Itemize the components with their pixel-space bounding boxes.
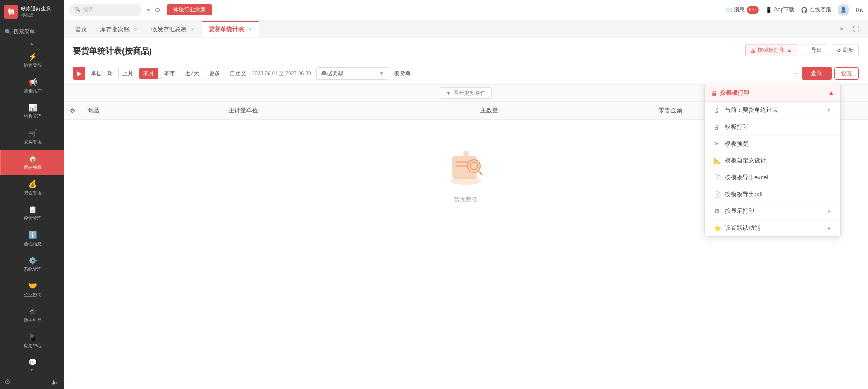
quick-nav-icon: ⚡ — [28, 52, 37, 61]
dropdown-template-excel[interactable]: 📄 按模板导出excel — [705, 169, 840, 186]
sidebar-item-sales[interactable]: 📊 销售管理 — [0, 99, 64, 124]
export-btn-label: 导出 — [811, 46, 822, 54]
sidebar-item-app-center[interactable]: 📱 应用中心 — [0, 328, 64, 354]
topbar-actions: ✉️ 消息 99+ 📱 App下载 🎧 在线客服 👤 Rit — [725, 4, 863, 16]
tabs-right-actions: ✕ ⛶ — [835, 23, 863, 35]
dropdown-print-icon: 🖨 — [711, 90, 717, 96]
top-bar-search[interactable]: 🔍 搜索 — [69, 4, 142, 16]
tab-batch-account-close[interactable]: × — [132, 26, 139, 33]
more-options-icon[interactable]: ··· — [792, 69, 799, 78]
svg-point-7 — [463, 151, 469, 156]
sidebar-item-label: 营销推广 — [24, 88, 42, 94]
tab-batch-account[interactable]: 库存批次账 × — [94, 21, 145, 37]
date-btn-more[interactable]: 更多 — [205, 68, 224, 79]
table-gear-icon[interactable]: ⚙ — [70, 107, 75, 114]
set-default-label: 设置默认功能 — [725, 224, 760, 232]
expand-more-button[interactable]: ▼ 展开更多条件 — [440, 87, 492, 99]
date-btn-last-month[interactable]: 上月 — [118, 68, 137, 79]
settings-button[interactable]: 设置 — [834, 67, 859, 80]
set-default-chevron-icon: ▶ — [828, 225, 831, 231]
settings-icon[interactable]: ⚙ — [5, 378, 10, 385]
dropdown-header: 🖨 按模板打印 ▲ — [705, 84, 840, 102]
messages-action[interactable]: ✉️ 消息 99+ — [725, 6, 759, 14]
dropdown-template-pdf[interactable]: 📄 按模板导出pdf — [705, 186, 840, 203]
current-print-icon: 🖨 — [714, 107, 721, 114]
username[interactable]: Rit — [856, 7, 863, 13]
sidebar-item-system[interactable]: ⚙️ 系统管理 — [0, 252, 64, 277]
sidebar-item-label: 库存核算 — [24, 164, 42, 171]
sidebar-item-operations[interactable]: 📋 经营管理 — [0, 201, 64, 226]
dropdown-collapse-chevron-icon[interactable]: ▲ — [828, 90, 834, 96]
topbar-gear-icon[interactable]: ⚙ — [155, 6, 160, 14]
search-label: 搜索菜单 — [13, 28, 35, 35]
sidebar-item-label: 应用中心 — [24, 343, 42, 349]
dropdown-header-title: 按模板打印 — [720, 89, 749, 97]
filter-expand-button[interactable]: ▶ — [73, 67, 85, 80]
refresh-btn-label: 刷新 — [843, 46, 854, 54]
template-print-button[interactable]: 🖨 按模板打印 ▲ — [745, 44, 797, 56]
export-button[interactable]: ↑ 导出 — [802, 44, 827, 56]
expand-more-label: 展开更多条件 — [453, 89, 486, 97]
corp-wechat-icon: 💬 — [28, 358, 37, 365]
page-header-actions: 🖨 按模板打印 ▲ ↑ 导出 ↺ 刷新 — [745, 44, 859, 56]
close-all-tabs-button[interactable]: ✕ — [835, 23, 848, 35]
avatar-placeholder: 👤 — [840, 7, 847, 13]
dropdown-current-item[interactable]: 🖨 当前：要货单统计表 ▼ — [705, 102, 840, 119]
tab-receivable-summary-close[interactable]: × — [190, 26, 196, 33]
sidebar-item-purchase[interactable]: 🛒 采购管理 — [0, 124, 64, 150]
display-print-label: 按显示打印 — [725, 207, 754, 215]
tab-home-label: 首页 — [75, 25, 87, 34]
refresh-button[interactable]: ↺ 刷新 — [832, 44, 859, 56]
sidebar-item-label: 快捷导航 — [24, 62, 42, 69]
sidebar-item-corp[interactable]: 🤝 企业协同 — [0, 277, 64, 303]
tab-batch-account-label: 库存批次账 — [100, 25, 130, 34]
tab-requisition-stats-close[interactable]: × — [247, 26, 253, 33]
type-filter-label: 单据类型 — [321, 70, 343, 77]
tab-requisition-stats[interactable]: 要货单统计表 × — [202, 21, 259, 37]
sidebar-scroll-up[interactable]: ▲ — [0, 39, 64, 48]
sidebar-item-basic[interactable]: ℹ️ 基础信息 — [0, 226, 64, 252]
dropdown-set-default[interactable]: ⭐ 设置默认功能 ▶ — [705, 220, 840, 236]
dropdown-template-preview[interactable]: 👁 模板预览 — [705, 136, 840, 152]
sidebar-item-marketing[interactable]: 📢 营销推广 — [0, 73, 64, 99]
sidebar-item-corp-wechat[interactable]: 💬 企业微信 — [0, 354, 64, 365]
template-preview-icon: 👁 — [714, 141, 721, 147]
dropdown-display-print[interactable]: 🖥 按显示打印 ▶ — [705, 203, 840, 220]
logo-text: 畅康通好生意 — [21, 5, 51, 12]
date-btn-this-month[interactable]: 本月 — [139, 68, 158, 79]
print-icon: 🖨 — [750, 47, 756, 53]
sidebar-item-label: 销售管理 — [24, 113, 42, 120]
template-preview-label: 模板预览 — [725, 140, 748, 148]
app-center-icon: 📱 — [28, 333, 37, 341]
template-pdf-label: 按模板导出pdf — [725, 190, 763, 198]
dropdown-template-print[interactable]: 🖨 模板打印 — [705, 119, 840, 136]
set-default-icon: ⭐ — [714, 225, 721, 232]
dropdown-chevron-icon[interactable]: ▼ — [145, 7, 151, 13]
online-service-action[interactable]: 🎧 在线客服 — [801, 6, 831, 14]
tab-receivable-summary[interactable]: 收发存汇总表 × — [145, 21, 202, 37]
query-button[interactable]: 查询 — [802, 67, 832, 80]
sidebar: 畅 畅康通好生意 标准版 🔍 搜索菜单 ▲ ⚡ 快捷导航 📢 营销推广 📊 销售… — [0, 0, 64, 389]
sidebar-item-label: 新手引导 — [24, 317, 42, 323]
messages-label: 消息 — [734, 6, 745, 14]
sidebar-item-inventory[interactable]: 🏠 库存核算 — [0, 150, 64, 175]
sidebar-search[interactable]: 🔍 搜索菜单 — [0, 24, 64, 39]
date-btn-this-year[interactable]: 本年 — [160, 68, 179, 79]
tab-home[interactable]: 首页 — [69, 21, 94, 37]
date-btn-custom[interactable]: 自定义 — [226, 68, 250, 79]
sidebar-item-finance[interactable]: 💰 资金管理 — [0, 175, 64, 201]
logo-icon: 畅 — [4, 5, 18, 19]
template-excel-label: 按模板导出excel — [725, 173, 768, 182]
template-print-label: 模板打印 — [725, 123, 748, 131]
trial-button[interactable]: 体验行业方案 — [167, 4, 212, 15]
basic-icon: ℹ️ — [28, 231, 37, 239]
app-download-action[interactable]: 📱 App下载 — [765, 6, 794, 14]
dropdown-template-custom[interactable]: 📐 模板自定义设计 — [705, 152, 840, 169]
sidebar-scroll-down[interactable]: ▼ — [0, 365, 64, 374]
date-btn-last-7-days[interactable]: 近7天 — [181, 68, 203, 79]
sound-icon[interactable]: 🔈 — [51, 378, 59, 385]
maximize-button[interactable]: ⛶ — [850, 23, 863, 35]
type-filter-select[interactable]: 单据类型 ▼ — [316, 67, 389, 80]
sidebar-item-quick-nav[interactable]: ⚡ 快捷导航 — [0, 48, 64, 73]
sidebar-item-newbie[interactable]: 🎓 新手引导 — [0, 303, 64, 328]
